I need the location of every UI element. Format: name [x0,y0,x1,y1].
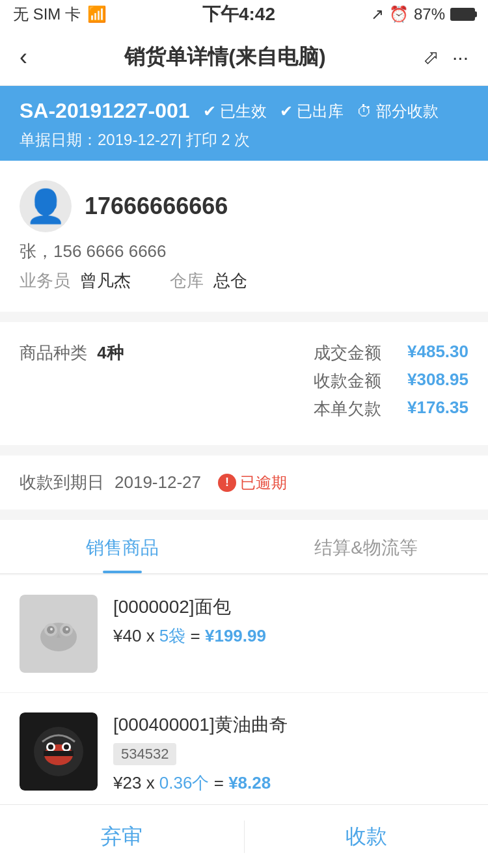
amount-info: 成交金额 ¥485.30 收款金额 ¥308.95 本单欠款 ¥176.35 [314,342,468,426]
carrier-text: 无 SIM 卡 [13,4,81,25]
cancel-button[interactable]: 弃审 [0,809,244,864]
due-section: 收款到期日 2019-12-27 ! 已逾期 [0,455,488,509]
avatar: 👤 [20,180,72,232]
clock-icon: ⏱ [357,102,372,120]
product-name-1: [0000002]面包 [113,595,468,619]
product-name-2: [000400001]黄油曲奇 [113,712,468,737]
product-item-1: [0000002]面包 ¥40 x 5袋 = ¥199.99 [0,575,488,693]
header-date: 单据日期：2019-12-27| 打印 2 次 [20,129,468,150]
due-date: 2019-12-27 [115,472,201,493]
products-section: [0000002]面包 ¥40 x 5袋 = ¥199.99 [0,575,488,815]
svg-point-12 [48,744,53,750]
status-bar: 无 SIM 卡 📶 下午4:42 ↗ ⏰ 87% [0,0,488,29]
customer-row: 👤 17666666666 [20,180,468,232]
summary-section: 商品种类 4种 成交金额 ¥485.30 收款金额 ¥308.95 本单欠款 ¥… [0,322,488,445]
warehouse-info: 仓库 总仓 [170,269,247,292]
received-row: 收款金额 ¥308.95 [314,370,468,392]
user-icon: 👤 [25,187,66,225]
customer-section: 👤 17666666666 张，156 6666 6666 业务员 曾凡杰 仓库… [0,161,488,312]
time-display: 下午4:42 [202,2,275,27]
status-partial: ⏱ 部分收款 [357,101,439,122]
check-icon-1: ✔ [203,102,216,120]
status-left: 无 SIM 卡 📶 [13,4,107,25]
svg-point-5 [50,628,53,631]
confirm-button[interactable]: 收款 [245,809,489,864]
tabs-row: 销售商品 结算&物流等 [0,520,488,573]
tabs-section: 销售商品 结算&物流等 [0,520,488,574]
product-info-1: [0000002]面包 ¥40 x 5袋 = ¥199.99 [113,595,468,647]
salesperson-info: 业务员 曾凡杰 [20,269,131,292]
ninja-icon [29,722,88,781]
status-effective: ✔ 已生效 [203,101,267,122]
tab-settlement[interactable]: 结算&物流等 [244,520,488,573]
bottom-bar: 弃审 收款 [0,804,488,868]
battery-icon [450,8,475,21]
deal-amount-row: 成交金额 ¥485.30 [314,342,468,364]
wifi-icon: 📶 [87,5,107,23]
product-thumb-2 [20,712,98,791]
svg-point-13 [64,744,69,750]
header-banner: SA-20191227-001 ✔ 已生效 ✔ 已出库 ⏱ 部分收款 单据日期：… [0,86,488,161]
overdue-text: 已逾期 [240,472,287,493]
product-item-2: [000400001]黄油曲奇 534532 ¥23 x 0.36个 = ¥8.… [0,693,488,815]
check-icon-2: ✔ [280,102,293,120]
status-shipped: ✔ 已出库 [280,101,344,122]
owed-row: 本单欠款 ¥176.35 [314,398,468,420]
page-title: 销货单详情(来自电脑) [124,43,325,72]
customer-info-row: 业务员 曾凡杰 仓库 总仓 [20,269,468,292]
alarm-icon: ⏰ [389,5,409,23]
product-thumb-1 [20,595,98,673]
share-icon[interactable]: ⬀ [423,46,439,68]
overdue-icon: ! [218,474,236,492]
product-price-1: ¥40 x 5袋 = ¥199.99 [113,625,468,647]
overdue-badge: ! 已逾期 [218,472,287,493]
svg-rect-14 [44,751,74,756]
product-info-2: [000400001]黄油曲奇 534532 ¥23 x 0.36个 = ¥8.… [113,712,468,794]
customer-name: 17666666666 [85,193,228,220]
tab-sales-products[interactable]: 销售商品 [0,520,244,573]
nav-bar: ‹ 销货单详情(来自电脑) ⬀ ··· [0,29,488,86]
svg-point-6 [66,628,68,631]
more-icon[interactable]: ··· [452,46,468,68]
product-tag-2: 534532 [113,743,176,765]
back-button[interactable]: ‹ [20,44,27,71]
customer-sub: 张，156 6666 6666 [20,240,468,263]
owl-icon [33,608,85,660]
order-number: SA-20191227-001 [20,99,190,123]
category-info: 商品种类 4种 [20,342,124,364]
order-row: SA-20191227-001 ✔ 已生效 ✔ 已出库 ⏱ 部分收款 [20,99,468,123]
status-right: ↗ ⏰ 87% [371,5,475,23]
product-price-2: ¥23 x 0.36个 = ¥8.28 [113,772,468,794]
location-icon: ↗ [371,5,384,23]
nav-actions: ⬀ ··· [423,46,468,68]
battery-text: 87% [414,5,445,23]
due-label: 收款到期日 [20,471,104,494]
